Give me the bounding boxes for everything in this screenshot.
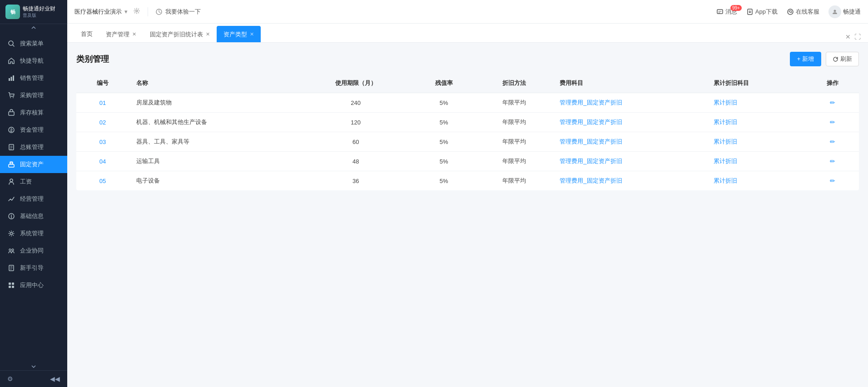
customer-service-button[interactable]: 在线客服 xyxy=(787,8,819,16)
cell-residual: 5% xyxy=(412,93,476,113)
salary-icon xyxy=(7,178,15,186)
app-download-button[interactable]: App下载 xyxy=(746,8,778,16)
cell-method: 年限平均 xyxy=(476,132,552,152)
page-title: 类别管理 xyxy=(76,54,109,64)
message-button[interactable]: 消息 99+ xyxy=(716,8,737,16)
refresh-button[interactable]: 刷新 xyxy=(826,52,859,66)
sidebar-item-enterprise-label: 企业协同 xyxy=(20,247,44,255)
tab-home[interactable]: 首页 xyxy=(74,26,99,42)
tab-asset-manage[interactable]: 资产管理 ✕ xyxy=(99,26,143,42)
workspace-settings-icon[interactable] xyxy=(133,7,140,16)
sidebar-item-funds[interactable]: 资金管理 xyxy=(0,121,67,139)
tab-asset-manage-close[interactable]: ✕ xyxy=(132,32,136,37)
edit-icon[interactable]: ✏ xyxy=(830,177,835,184)
page-actions: + 新增 刷新 xyxy=(790,52,859,66)
sidebar-item-purchase[interactable]: 采购管理 xyxy=(0,87,67,104)
svg-point-15 xyxy=(12,249,14,251)
svg-rect-19 xyxy=(9,286,11,288)
sidebar-item-search[interactable]: 搜索菜单 xyxy=(0,35,67,52)
tabs-bar-right: ✕ ⛶ xyxy=(845,33,861,42)
cell-method: 年限平均 xyxy=(476,93,552,113)
tab-asset-type-close[interactable]: ✕ xyxy=(250,32,254,37)
inventory-icon xyxy=(7,109,15,117)
edit-icon[interactable]: ✏ xyxy=(830,119,835,126)
cell-code: 05 xyxy=(76,171,129,191)
tab-depreciation-table[interactable]: 固定资产折旧统计表 ✕ xyxy=(143,26,217,42)
cell-action[interactable]: ✏ xyxy=(806,113,859,132)
sidebar-item-app-center[interactable]: 应用中心 xyxy=(0,277,67,294)
topbar-divider xyxy=(148,7,148,16)
sidebar-item-inventory-label: 库存核算 xyxy=(20,109,44,117)
user-menu[interactable]: 畅捷通 xyxy=(828,5,861,18)
col-header-expense: 费用科目 xyxy=(552,74,706,93)
sidebar-item-ledger[interactable]: 总账管理 xyxy=(0,139,67,156)
close-tab-icon[interactable]: ✕ xyxy=(845,33,851,40)
scroll-up-indicator[interactable] xyxy=(0,24,67,31)
cell-method: 年限平均 xyxy=(476,171,552,191)
cell-action[interactable]: ✏ xyxy=(806,132,859,152)
sidebar-item-enterprise[interactable]: 企业协同 xyxy=(0,242,67,259)
experience-button[interactable]: 我要体验一下 xyxy=(155,8,201,16)
sidebar-item-guide-label: 新手引导 xyxy=(20,264,44,272)
sidebar-item-purchase-label: 采购管理 xyxy=(20,91,44,99)
system-icon xyxy=(7,229,15,238)
sidebar-item-salary[interactable]: 工资 xyxy=(0,173,67,190)
refresh-icon xyxy=(833,56,838,62)
new-button-label: + 新增 xyxy=(797,55,814,63)
cell-name: 机器、机械和其他生产设备 xyxy=(129,113,300,132)
cell-residual: 5% xyxy=(412,132,476,152)
svg-rect-20 xyxy=(12,286,14,288)
table-row: 01 房屋及建筑物 240 5% 年限平均 管理费用_固定资产折旧 累计折旧 ✏ xyxy=(76,93,859,113)
tabs-bar: 首页 资产管理 ✕ 固定资产折旧统计表 ✕ 资产类型 ✕ ✕ ⛶ xyxy=(67,24,868,43)
workspace-selector[interactable]: 医疗器械行业演示 ▾ xyxy=(74,8,128,16)
data-table: 编号 名称 使用期限（月） 残值率 折旧方法 费用科目 累计折旧科目 操作 01… xyxy=(76,74,859,190)
table-row: 04 运输工具 48 5% 年限平均 管理费用_固定资产折旧 累计折旧 ✏ xyxy=(76,152,859,171)
tab-home-label: 首页 xyxy=(81,30,93,38)
cell-period: 120 xyxy=(300,113,412,132)
sidebar-item-inventory[interactable]: 库存核算 xyxy=(0,104,67,121)
col-header-name: 名称 xyxy=(129,74,300,93)
svg-rect-6 xyxy=(9,112,14,115)
settings-footer-icon[interactable]: ⚙ xyxy=(7,375,13,382)
cell-residual: 5% xyxy=(412,171,476,191)
sidebar-item-fixed-assets[interactable]: 固定资产 xyxy=(0,156,67,173)
cell-action[interactable]: ✏ xyxy=(806,171,859,191)
edit-icon[interactable]: ✏ xyxy=(830,138,835,145)
cell-name: 运输工具 xyxy=(129,152,300,171)
tab-asset-type[interactable]: 资产类型 ✕ xyxy=(217,26,261,42)
refresh-button-label: 刷新 xyxy=(840,55,852,63)
svg-rect-18 xyxy=(12,283,14,285)
svg-point-21 xyxy=(136,10,138,12)
cell-action[interactable]: ✏ xyxy=(806,152,859,171)
collapse-sidebar-icon[interactable]: ◀◀ xyxy=(50,375,60,382)
sidebar-item-fixed-assets-label: 固定资产 xyxy=(20,160,44,169)
sidebar-item-operation[interactable]: 经营管理 xyxy=(0,190,67,208)
sidebar-item-quick-nav[interactable]: 快捷导航 xyxy=(0,52,67,69)
sidebar-item-guide[interactable]: 新手引导 xyxy=(0,259,67,277)
edit-icon[interactable]: ✏ xyxy=(830,99,835,106)
cell-residual: 5% xyxy=(412,152,476,171)
new-button[interactable]: + 新增 xyxy=(790,52,821,66)
operation-icon xyxy=(7,195,15,203)
sidebar-item-basic-info[interactable]: 基础信息 xyxy=(0,208,67,225)
user-name: 畅捷通 xyxy=(843,8,861,16)
message-badge: 99+ xyxy=(730,5,742,11)
tab-depreciation-table-close[interactable]: ✕ xyxy=(206,32,210,37)
restore-tab-icon[interactable]: ⛶ xyxy=(854,33,861,40)
sidebar-item-basic-info-label: 基础信息 xyxy=(20,212,44,220)
cell-action[interactable]: ✏ xyxy=(806,93,859,113)
sidebar-item-system[interactable]: 系统管理 xyxy=(0,225,67,242)
cell-expense: 管理费用_固定资产折旧 xyxy=(552,171,706,191)
col-header-period: 使用期限（月） xyxy=(300,74,412,93)
table-row: 02 机器、机械和其他生产设备 120 5% 年限平均 管理费用_固定资产折旧 … xyxy=(76,113,859,132)
svg-rect-3 xyxy=(13,75,14,81)
cell-code: 04 xyxy=(76,152,129,171)
edit-icon[interactable]: ✏ xyxy=(830,158,835,165)
page-header: 类别管理 + 新增 刷新 xyxy=(76,52,859,66)
fixed-assets-icon xyxy=(7,160,15,169)
ledger-icon xyxy=(7,143,15,151)
workspace-chevron-icon: ▾ xyxy=(124,8,128,15)
cell-method: 年限平均 xyxy=(476,152,552,171)
scroll-down-indicator[interactable] xyxy=(0,363,67,370)
sidebar-item-sales[interactable]: 销售管理 xyxy=(0,69,67,87)
